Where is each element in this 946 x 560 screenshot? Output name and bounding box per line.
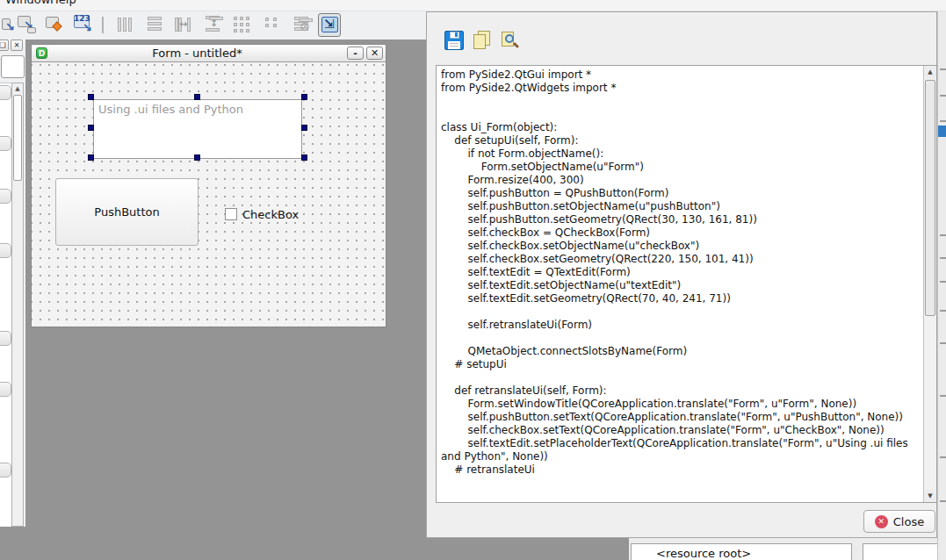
layout-vertically-icon[interactable] [143, 13, 166, 37]
code-scrollbar[interactable]: ▲ ▼ [923, 66, 936, 502]
save-icon[interactable] [444, 30, 466, 53]
scroll-up-icon[interactable]: ▲ [12, 83, 23, 94]
minimize-button[interactable]: - [347, 47, 364, 60]
edit-signals-slots-icon[interactable]: ↘ [16, 13, 39, 37]
menubar: Window Help [0, 0, 946, 11]
widget-category-header[interactable] [0, 463, 11, 477]
dock-close-icon[interactable]: ✕ [11, 39, 23, 51]
form-editor-window: D Form - untitled* - ✕ Using .ui files a… [31, 44, 386, 327]
dialog-close-button[interactable]: ✕ Close [863, 510, 935, 533]
selection-mark [938, 126, 946, 137]
resource-preview-box[interactable] [863, 543, 946, 560]
layout-form-icon[interactable] [261, 13, 284, 37]
pushbutton-widget[interactable]: PushButton [55, 178, 199, 246]
edit-widgets-icon[interactable]: ↘ [0, 13, 12, 37]
resize-handle-top-right[interactable] [301, 94, 307, 100]
widget-box-scrollbar[interactable]: ▲ [11, 83, 24, 527]
close-button[interactable]: ✕ [366, 47, 383, 60]
layout-horizontally-splitter-icon[interactable]: ↔ [172, 13, 195, 37]
edit-buddies-icon[interactable] [44, 13, 67, 37]
resource-root-label: <resource root> [656, 547, 751, 560]
widget-category-header[interactable] [0, 85, 11, 100]
form-canvas[interactable]: Using .ui files and Python PushButton Ch… [32, 63, 386, 327]
textedit-widget[interactable]: Using .ui files and Python [93, 99, 302, 159]
scrollbar-thumb[interactable] [13, 95, 22, 181]
widget-box-panel: ❑ ✕ ▲ [0, 39, 25, 560]
close-button-label: Close [893, 515, 924, 528]
widget-category-header[interactable] [0, 136, 11, 151]
close-x-icon: ✕ [875, 515, 888, 528]
resize-handle-top-left[interactable] [88, 94, 94, 100]
resource-root-item[interactable]: <resource root> [631, 543, 852, 560]
checkbox-widget[interactable]: CheckBox [225, 205, 299, 223]
checkbox-box[interactable] [225, 208, 237, 220]
menu-help[interactable]: Help [50, 0, 76, 6]
widget-category-header[interactable] [0, 243, 11, 258]
menu-window[interactable]: Window [5, 0, 50, 6]
resize-handle-left[interactable] [88, 125, 94, 131]
resize-handle-bottom[interactable] [194, 154, 200, 161]
widget-filter-input[interactable] [1, 55, 25, 78]
edit-tab-order-icon[interactable]: 123 ↘ [72, 13, 95, 37]
resize-handle-top[interactable] [194, 94, 200, 100]
resource-browser-panel: <resource root> [629, 538, 946, 560]
scrollbar-thumb[interactable] [925, 80, 935, 316]
form-window-title: Form - untitled* [47, 47, 347, 60]
code-text: from PySide2.QtGui import * from PySide2… [441, 68, 921, 500]
designer-form-icon: D [36, 47, 47, 59]
resize-handle-bottom-right[interactable] [301, 154, 307, 161]
layout-grid-icon[interactable] [231, 13, 254, 37]
dock-float-icon[interactable]: ❑ [0, 39, 9, 51]
scroll-up-icon[interactable]: ▲ [924, 66, 936, 78]
right-panel-edge [937, 11, 946, 560]
code-editor[interactable]: from PySide2.QtGui import * from PySide2… [436, 65, 937, 503]
scroll-down-icon[interactable]: ▼ [924, 490, 936, 502]
copy-icon[interactable] [472, 30, 495, 53]
widget-category-header[interactable] [0, 331, 11, 346]
layout-vertically-splitter-icon[interactable]: ↕ [201, 13, 224, 37]
layout-horizontally-icon[interactable] [114, 13, 137, 37]
break-layout-icon[interactable]: ⊘ [290, 13, 313, 37]
qt-designer-window: Window Help ↘ ↘ 123 ↘ ↔ [0, 0, 946, 560]
resize-handle-bottom-left[interactable] [88, 154, 94, 161]
textedit-placeholder: Using .ui files and Python [98, 103, 243, 116]
form-titlebar[interactable]: D Form - untitled* - ✕ [32, 45, 386, 62]
checkbox-label: CheckBox [242, 208, 299, 221]
adjust-size-icon[interactable]: ⇲ [318, 13, 341, 37]
find-icon[interactable] [500, 30, 523, 53]
resize-handle-right[interactable] [301, 125, 307, 131]
toolbar-separator [102, 17, 104, 33]
widget-category-header[interactable] [0, 189, 11, 204]
widget-box-list [0, 83, 11, 527]
widget-category-header[interactable] [0, 382, 11, 397]
code-preview-dialog: from PySide2.QtGui import * from PySide2… [426, 11, 937, 538]
